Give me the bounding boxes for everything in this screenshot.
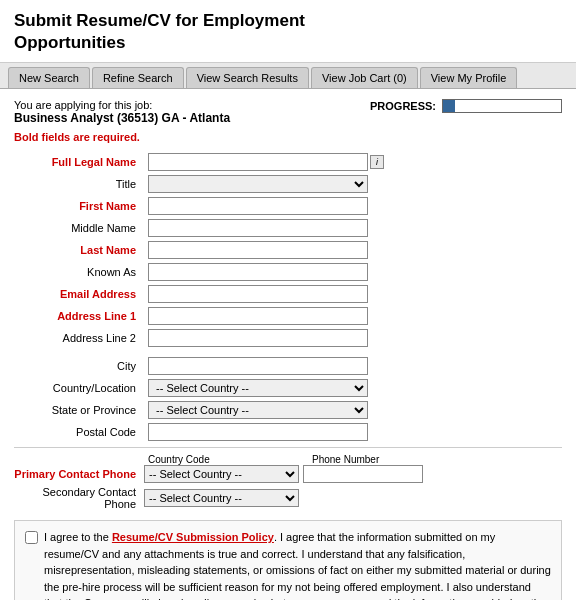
first-name-label: First Name — [79, 200, 136, 212]
progress-section: PROGRESS: — [370, 99, 562, 113]
city-label: City — [117, 360, 136, 372]
full-legal-name-label: Full Legal Name — [52, 156, 136, 168]
postal-row: Postal Code — [14, 421, 562, 443]
state-row: State or Province -- Select Country -- — [14, 399, 562, 421]
tab-view-my-profile[interactable]: View My Profile — [420, 67, 518, 88]
middle-name-row: Middle Name — [14, 217, 562, 239]
job-info-row: You are applying for this job: Business … — [14, 99, 562, 125]
first-name-row: First Name — [14, 195, 562, 217]
email-input[interactable] — [148, 285, 368, 303]
required-note: Bold fields are required. — [14, 131, 562, 143]
progress-label: PROGRESS: — [370, 100, 436, 112]
primary-country-select[interactable]: -- Select Country -- United States (+1) … — [144, 465, 299, 483]
phone-section: Country Code Phone Number Primary Contac… — [14, 447, 562, 510]
title-label: Title — [116, 178, 136, 190]
known-as-input[interactable] — [148, 263, 368, 281]
job-title: Business Analyst (36513) GA - Atlanta — [14, 111, 230, 125]
secondary-phone-label: Secondary Contact Phone — [14, 486, 144, 510]
address1-row: Address Line 1 — [14, 305, 562, 327]
full-legal-name-field-group: i — [148, 153, 558, 171]
middle-name-label: Middle Name — [71, 222, 136, 234]
progress-bar-outer — [442, 99, 562, 113]
title-select[interactable]: Mr. Ms. Mrs. Dr. — [148, 175, 368, 193]
country-select[interactable]: -- Select Country -- United States Canad… — [148, 379, 368, 397]
city-input[interactable] — [148, 357, 368, 375]
state-select[interactable]: -- Select Country -- — [148, 401, 368, 419]
known-as-label: Known As — [87, 266, 136, 278]
address1-input[interactable] — [148, 307, 368, 325]
tab-view-job-cart[interactable]: View Job Cart (0) — [311, 67, 418, 88]
last-name-row: Last Name — [14, 239, 562, 261]
email-row: Email Address — [14, 283, 562, 305]
country-code-header: Country Code — [148, 454, 308, 465]
state-label: State or Province — [52, 404, 136, 416]
address2-input[interactable] — [148, 329, 368, 347]
city-row: City — [14, 355, 562, 377]
last-name-input[interactable] — [148, 241, 368, 259]
postal-label: Postal Code — [76, 426, 136, 438]
address1-label: Address Line 1 — [57, 310, 136, 322]
primary-phone-row: Primary Contact Phone -- Select Country … — [14, 465, 562, 483]
last-name-label: Last Name — [80, 244, 136, 256]
progress-bar-inner — [443, 100, 455, 112]
page-title: Submit Resume/CV for Employment Opportun… — [14, 10, 562, 54]
primary-phone-input[interactable] — [303, 465, 423, 483]
info-icon[interactable]: i — [370, 155, 384, 169]
tab-refine-search[interactable]: Refine Search — [92, 67, 184, 88]
tab-view-search-results[interactable]: View Search Results — [186, 67, 309, 88]
first-name-input[interactable] — [148, 197, 368, 215]
title-row: Title Mr. Ms. Mrs. Dr. — [14, 173, 562, 195]
postal-input[interactable] — [148, 423, 368, 441]
agreement-link[interactable]: Resume/CV Submission Policy — [112, 531, 274, 543]
main-content: You are applying for this job: Business … — [0, 89, 576, 600]
known-as-row: Known As — [14, 261, 562, 283]
agreement-text: I agree to the Resume/CV Submission Poli… — [44, 529, 551, 600]
primary-phone-label: Primary Contact Phone — [14, 468, 144, 480]
job-info-left: You are applying for this job: Business … — [14, 99, 230, 125]
address2-label: Address Line 2 — [63, 332, 136, 344]
full-legal-name-input[interactable] — [148, 153, 368, 171]
country-row: Country/Location -- Select Country -- Un… — [14, 377, 562, 399]
form-table: Full Legal Name i Title Mr. Ms. Mrs. Dr. — [14, 151, 562, 443]
secondary-phone-row: Secondary Contact Phone -- Select Countr… — [14, 486, 562, 510]
agreement-text-pre: I agree to the — [44, 531, 112, 543]
tab-bar: New Search Refine Search View Search Res… — [0, 63, 576, 89]
secondary-country-select[interactable]: -- Select Country -- United States (+1) … — [144, 489, 299, 507]
agreement-section: I agree to the Resume/CV Submission Poli… — [14, 520, 562, 600]
address2-row: Address Line 2 — [14, 327, 562, 349]
tab-new-search[interactable]: New Search — [8, 67, 90, 88]
page-header: Submit Resume/CV for Employment Opportun… — [0, 0, 576, 63]
phone-header-row: Country Code Phone Number — [144, 454, 562, 465]
middle-name-input[interactable] — [148, 219, 368, 237]
phone-number-header: Phone Number — [312, 454, 432, 465]
agreement-checkbox[interactable] — [25, 531, 38, 544]
full-legal-name-row: Full Legal Name i — [14, 151, 562, 173]
country-label: Country/Location — [53, 382, 136, 394]
applying-text: You are applying for this job: — [14, 99, 230, 111]
email-label: Email Address — [60, 288, 136, 300]
